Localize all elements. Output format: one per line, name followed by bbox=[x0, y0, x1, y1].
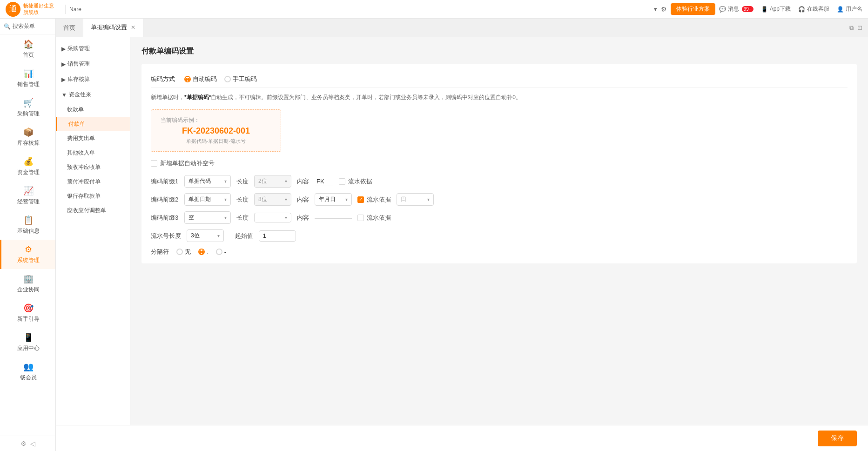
serial-length-label: 流水号长度 bbox=[151, 232, 181, 240]
sidebar-item-system[interactable]: ⚙ 系统管理 bbox=[0, 240, 55, 269]
sidebar-item-enterprise[interactable]: 🏢 企业协同 bbox=[0, 269, 55, 298]
serial-2-checkbox[interactable]: ✓ 流水依据 bbox=[357, 195, 391, 204]
tab-encode-settings[interactable]: 单据编码设置 ✕ bbox=[83, 19, 143, 37]
sidebar-item-member[interactable]: 👥 畅会员 bbox=[0, 357, 55, 386]
sidebar-item-finance[interactable]: 💰 资金管理 bbox=[0, 152, 55, 181]
length-3-select[interactable]: ▾ bbox=[254, 213, 291, 222]
separator-row: 分隔符 无 . - bbox=[151, 248, 848, 256]
sales-icon: 📊 bbox=[23, 68, 34, 79]
sidebar-item-purchase[interactable]: 🛒 采购管理 bbox=[0, 93, 55, 122]
member-icon: 👥 bbox=[23, 362, 34, 372]
chevron-down-serial-len: ▾ bbox=[217, 233, 220, 238]
layout: 🔍 搜索菜单 🏠 首页 📊 销售管理 🛒 采购管理 📦 库存核算 💰 资金管理 … bbox=[0, 19, 868, 451]
sidebar-item-inventory[interactable]: 📦 库存核算 bbox=[0, 122, 55, 152]
start-value-input[interactable] bbox=[259, 230, 296, 242]
sidebar-item-home[interactable]: 🏠 首页 bbox=[0, 34, 55, 64]
chevron-down-icon: ▼ bbox=[61, 92, 67, 98]
sub-item-advance-receive[interactable]: 预收冲应收单 bbox=[56, 160, 130, 175]
service-item[interactable]: 🎧 在线客服 bbox=[798, 5, 829, 13]
content-3-label: 内容 bbox=[297, 214, 309, 222]
preview-code: FK-20230602-001 bbox=[161, 126, 271, 136]
sub-item-advance-pay[interactable]: 预付冲应付单 bbox=[56, 175, 130, 189]
tab-expand-icon[interactable]: ⊡ bbox=[857, 24, 862, 31]
serial-3-box bbox=[357, 215, 364, 221]
prefix-1-select[interactable]: 单据代码 ▾ bbox=[184, 175, 231, 188]
appcenter-icon: 📱 bbox=[23, 332, 34, 343]
company-dropdown[interactable]: ▾ bbox=[654, 6, 657, 13]
chevron-down-unit: ▾ bbox=[427, 197, 430, 202]
message-item[interactable]: 💬 消息 99+ bbox=[719, 5, 754, 13]
sub-item-payment[interactable]: 付款单 bbox=[56, 117, 130, 131]
preview-label: 当前编码示例： bbox=[161, 116, 271, 124]
sub-item-other-income[interactable]: 其他收入单 bbox=[56, 146, 130, 160]
enterprise-icon: 🏢 bbox=[23, 274, 34, 284]
prefix-1-label: 编码前缀1 bbox=[151, 177, 179, 186]
length-2-select[interactable]: 8位 ▾ bbox=[254, 193, 291, 206]
sub-group-inventory-title[interactable]: ▶ 库存核算 bbox=[56, 72, 130, 87]
length-3-label: 长度 bbox=[236, 214, 249, 222]
tab-minimize-icon[interactable]: ⧉ bbox=[849, 24, 854, 32]
tab-home[interactable]: 首页 bbox=[56, 19, 83, 37]
sidebar-item-sales[interactable]: 📊 销售管理 bbox=[0, 64, 55, 93]
sidebar-bottom: ⚙ ◁ bbox=[0, 436, 55, 451]
sub-item-adjust[interactable]: 应收应付调整单 bbox=[56, 203, 130, 218]
tab-close-icon[interactable]: ✕ bbox=[131, 24, 135, 31]
sep-dot-radio[interactable]: . bbox=[198, 249, 209, 256]
sidebar-item-operation[interactable]: 📈 经营管理 bbox=[0, 181, 55, 210]
sep-none-circle bbox=[176, 249, 183, 255]
sub-item-receipt[interactable]: 收款单 bbox=[56, 102, 130, 117]
chevron-down-prefix2: ▾ bbox=[224, 197, 227, 202]
length-1-label: 长度 bbox=[236, 177, 249, 186]
sidebar-item-basic[interactable]: 📋 基础信息 bbox=[0, 210, 55, 240]
manual-encode-circle bbox=[224, 76, 231, 82]
serial-3-checkbox[interactable]: 流水依据 bbox=[357, 214, 391, 222]
chevron-down-prefix1: ▾ bbox=[224, 179, 227, 184]
trial-button[interactable]: 体验行业方案 bbox=[671, 3, 715, 15]
auto-encode-radio[interactable]: 自动编码 bbox=[184, 75, 217, 83]
download-item[interactable]: 📱 App下载 bbox=[761, 5, 791, 13]
chevron-down-content2: ▾ bbox=[345, 197, 348, 202]
chevron-down-len3: ▾ bbox=[285, 215, 287, 220]
finance-icon: 💰 bbox=[23, 156, 34, 167]
encode-method-label: 编码方式 bbox=[151, 75, 175, 83]
length-1-select[interactable]: 2位 ▾ bbox=[254, 175, 291, 188]
manual-encode-radio[interactable]: 手工编码 bbox=[224, 75, 257, 83]
settings-icon[interactable]: ⚙ bbox=[661, 6, 667, 13]
page-title: 付款单编码设置 bbox=[141, 47, 857, 56]
service-icon: 🎧 bbox=[798, 6, 805, 13]
chevron-down-prefix3: ▾ bbox=[224, 215, 227, 220]
sidebar-item-newguide[interactable]: 🎯 新手引导 bbox=[0, 298, 55, 328]
sep-dash-radio[interactable]: - bbox=[216, 249, 226, 256]
chevron-right-icon-inv: ▶ bbox=[61, 76, 66, 83]
company-name: Nare bbox=[69, 6, 650, 13]
sub-group-sales-title[interactable]: ▶ 销售管理 bbox=[56, 56, 130, 72]
sep-none-radio[interactable]: 无 bbox=[176, 248, 191, 256]
user-item[interactable]: 👤 用户名 bbox=[837, 5, 862, 13]
serial-1-box bbox=[339, 178, 345, 185]
auto-encode-circle bbox=[184, 76, 191, 82]
sub-item-expense[interactable]: 费用支出单 bbox=[56, 131, 130, 146]
settings-bottom-icon[interactable]: ⚙ bbox=[20, 440, 27, 447]
prefix-3-select[interactable]: 空 ▾ bbox=[184, 211, 231, 224]
serial-length-select[interactable]: 3位 ▾ bbox=[187, 229, 224, 242]
length-2-label: 长度 bbox=[236, 195, 249, 204]
message-badge: 99+ bbox=[742, 6, 754, 12]
content-2-select[interactable]: 年月日 ▾ bbox=[315, 193, 352, 206]
sub-item-bank[interactable]: 银行存取款单 bbox=[56, 189, 130, 203]
auto-fill-checkbox[interactable]: 新增单据自动补空号 bbox=[151, 159, 215, 168]
purchase-icon: 🛒 bbox=[23, 98, 34, 108]
sidebar-search[interactable]: 🔍 搜索菜单 bbox=[0, 19, 55, 34]
sub-group-purchase-title[interactable]: ▶ 采购管理 bbox=[56, 41, 130, 56]
save-button[interactable]: 保存 bbox=[818, 431, 857, 446]
sidebar-item-appcenter[interactable]: 📱 应用中心 bbox=[0, 328, 55, 357]
prefix-2-select[interactable]: 单据日期 ▾ bbox=[184, 193, 231, 206]
serial-1-checkbox[interactable]: 流水依据 bbox=[339, 177, 372, 186]
main: 首页 单据编码设置 ✕ ⧉ ⊡ ▶ 采购管理 bbox=[56, 19, 868, 451]
sub-group-inventory: ▶ 库存核算 bbox=[56, 72, 130, 87]
serial-unit-select[interactable]: 日 ▾ bbox=[397, 193, 434, 206]
collapse-icon[interactable]: ◁ bbox=[30, 440, 35, 447]
content-2-label: 内容 bbox=[297, 195, 309, 204]
sub-group-sales: ▶ 销售管理 bbox=[56, 56, 130, 72]
sub-group-finance-title[interactable]: ▼ 资金往来 bbox=[56, 87, 130, 102]
tab-bar: 首页 单据编码设置 ✕ ⧉ ⊡ bbox=[56, 19, 868, 37]
